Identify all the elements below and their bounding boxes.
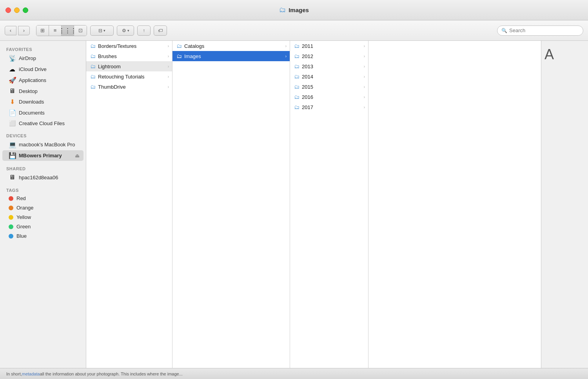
- maximize-button[interactable]: [23, 7, 28, 13]
- statusbar: In short, metadata all the information a…: [0, 368, 588, 379]
- sidebar-item-applications[interactable]: 🚀 Applications: [2, 75, 83, 86]
- folder-icon: 🗂: [90, 43, 96, 49]
- view-icon-button[interactable]: ⊞: [36, 26, 49, 36]
- sidebar-item-label: Documents: [19, 110, 45, 116]
- col-item-brushes[interactable]: 🗂 Brushes ›: [86, 51, 172, 61]
- sidebar-item-label: Orange: [16, 205, 33, 211]
- view-buttons: ⊞ ≡ ⋮⋮⋮ ⊡: [36, 25, 87, 36]
- sidebar-item-documents[interactable]: 📄 Documents: [2, 108, 83, 118]
- devices-section-label: Devices: [0, 131, 86, 139]
- sidebar-item-creative-cloud[interactable]: ⬜ Creative Cloud Files: [2, 118, 83, 128]
- sidebar-item-tag-orange[interactable]: Orange: [2, 203, 83, 212]
- favorites-section-label: Favorites: [0, 45, 86, 53]
- sidebar-item-downloads[interactable]: ⬇ Downloads: [2, 97, 83, 107]
- col-item-name: Images: [184, 53, 283, 59]
- col-item-name: Lightroom: [98, 64, 165, 69]
- chevron-right-icon: ›: [364, 75, 365, 79]
- col-item-2012[interactable]: 🗂 2012 ›: [290, 51, 368, 61]
- col-item-2014[interactable]: 🗂 2014 ›: [290, 71, 368, 82]
- sidebar-item-desktop[interactable]: 🖥 Desktop: [2, 86, 83, 96]
- folder-icon: 🗂: [294, 43, 299, 49]
- view-column-button[interactable]: ⋮⋮⋮: [62, 26, 74, 36]
- view-gallery-button[interactable]: ⊡: [74, 26, 87, 36]
- folder-icon: 🗂: [176, 53, 182, 59]
- chevron-right-icon: ›: [168, 75, 169, 79]
- col-item-2016[interactable]: 🗂 2016 ›: [290, 92, 368, 102]
- col-item-name: 2017: [302, 104, 361, 110]
- col-item-2017[interactable]: 🗂 2017 ›: [290, 102, 368, 112]
- col-item-name: ThumbDrive: [98, 84, 165, 90]
- chevron-right-icon: ›: [364, 105, 365, 109]
- chevron-right-icon: ›: [364, 54, 365, 58]
- right-partial: A: [541, 41, 588, 368]
- search-box[interactable]: 🔍: [497, 26, 583, 36]
- eject-icon[interactable]: ⏏: [75, 153, 80, 159]
- sidebar-item-label: Applications: [19, 77, 46, 83]
- col-item-images[interactable]: 🗂 Images ›: [172, 51, 290, 61]
- col-item-lightroom[interactable]: 🗂 Lightroom ›: [86, 61, 172, 71]
- sidebar-item-macbook[interactable]: 💻 macbook's MacBook Pro: [2, 139, 83, 150]
- sidebar-item-label: macbook's MacBook Pro: [19, 142, 75, 148]
- close-button[interactable]: [5, 7, 11, 13]
- minimize-button[interactable]: [14, 7, 20, 13]
- shared-device-icon: 🖥: [9, 174, 16, 181]
- tag-button[interactable]: 🏷: [154, 26, 167, 36]
- column-1: 🗂 Borders/Textures › 🗂 Brushes › 🗂 Light…: [86, 41, 172, 368]
- col-item-name: Borders/Textures: [98, 43, 165, 49]
- col-item-2013[interactable]: 🗂 2013 ›: [290, 61, 368, 71]
- settings-button[interactable]: ⚙ ▾: [117, 26, 134, 36]
- sidebar-item-label: hpac162d8eaa06: [19, 175, 58, 180]
- sidebar-item-label: Blue: [16, 233, 27, 239]
- sidebar-item-airdrop[interactable]: 📡 AirDrop: [2, 53, 83, 64]
- blue-tag-icon: [9, 234, 13, 239]
- sidebar-item-mbowers[interactable]: 💾 MBowers Primary ⏏: [2, 150, 83, 161]
- applications-icon: 🚀: [9, 77, 16, 84]
- col-item-catalogs[interactable]: 🗂 Catalogs ›: [172, 41, 290, 51]
- sidebar-item-icloud[interactable]: ☁ iCloud Drive: [2, 64, 83, 75]
- chevron-right-icon: ›: [364, 85, 365, 89]
- green-tag-icon: [9, 224, 13, 229]
- tags-section-label: Tags: [0, 186, 86, 193]
- col-item-2015[interactable]: 🗂 2015 ›: [290, 82, 368, 92]
- sidebar-item-label: Downloads: [19, 99, 44, 105]
- col-item-name: 2016: [302, 94, 361, 100]
- search-icon: 🔍: [501, 28, 507, 33]
- shared-section-label: Shared: [0, 164, 86, 172]
- window-title: Images: [289, 7, 309, 13]
- toolbar: ‹ › ⊞ ≡ ⋮⋮⋮ ⊡ ⊟ ▾ ⚙ ▾ ↑ 🏷 🔍: [0, 20, 588, 41]
- col-item-retouching[interactable]: 🗂 Retouching Tutorials ›: [86, 71, 172, 82]
- forward-button[interactable]: ›: [18, 26, 30, 35]
- title-folder-icon: 🗂: [279, 6, 286, 14]
- airdrop-icon: 📡: [9, 55, 16, 62]
- nav-buttons: ‹ ›: [5, 26, 30, 35]
- col-item-borders[interactable]: 🗂 Borders/Textures ›: [86, 41, 172, 51]
- sidebar-item-tag-blue[interactable]: Blue: [2, 231, 83, 241]
- view-options-button[interactable]: ⊟ ▾: [90, 26, 114, 36]
- sidebar-item-label: AirDrop: [19, 55, 36, 61]
- column-2: 🗂 Catalogs › 🗂 Images ›: [172, 41, 290, 368]
- icloud-icon: ☁: [9, 66, 16, 73]
- folder-icon: 🗂: [90, 63, 96, 69]
- chevron-right-icon: ›: [168, 44, 169, 48]
- sidebar-item-tag-yellow[interactable]: Yellow: [2, 213, 83, 222]
- col-item-thumbdrive[interactable]: 🗂 ThumbDrive ›: [86, 82, 172, 92]
- col-item-name: Retouching Tutorials: [98, 74, 165, 80]
- chevron-right-icon: ›: [285, 44, 287, 48]
- sidebar-item-tag-green[interactable]: Green: [2, 222, 83, 231]
- empty-area: [368, 41, 541, 368]
- col-item-2011[interactable]: 🗂 2011 ›: [290, 41, 368, 51]
- sidebar-item-label: Red: [16, 195, 26, 201]
- chevron-right-icon: ›: [168, 85, 169, 89]
- statusbar-link[interactable]: metadata: [22, 372, 40, 376]
- traffic-lights: [5, 7, 28, 13]
- folder-icon: 🗂: [294, 63, 299, 69]
- chevron-right-icon: ›: [285, 54, 287, 58]
- sidebar-item-tag-red[interactable]: Red: [2, 194, 83, 203]
- share-button[interactable]: ↑: [137, 26, 151, 36]
- back-button[interactable]: ‹: [5, 26, 16, 35]
- search-input[interactable]: [509, 27, 579, 33]
- red-tag-icon: [9, 196, 13, 201]
- sidebar-item-hpac[interactable]: 🖥 hpac162d8eaa06: [2, 172, 83, 182]
- folder-icon: 🗂: [90, 84, 96, 90]
- sidebar-item-label: Yellow: [16, 214, 31, 220]
